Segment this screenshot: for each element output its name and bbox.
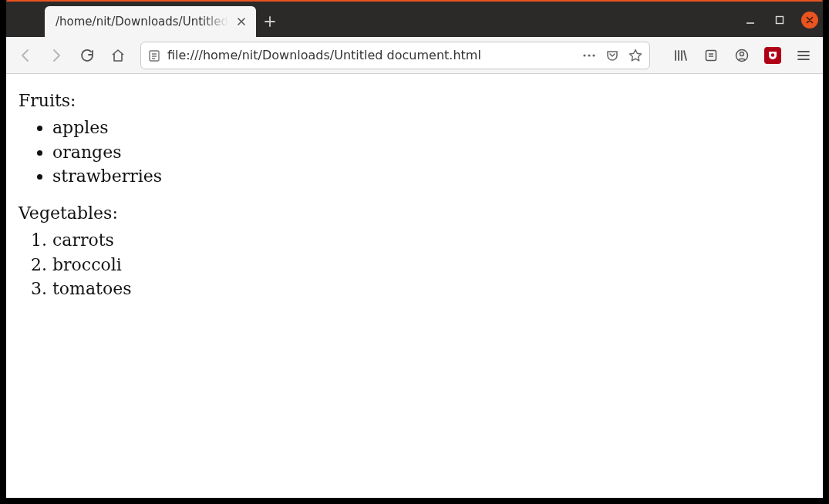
home-button[interactable] bbox=[105, 42, 131, 69]
forward-button[interactable] bbox=[43, 42, 69, 69]
maximize-icon[interactable] bbox=[772, 12, 787, 28]
svg-point-8 bbox=[771, 53, 774, 56]
menu-icon[interactable] bbox=[790, 42, 817, 69]
browser-tab[interactable]: /home/nit/Downloads/Untitled bbox=[45, 6, 256, 37]
tab-title: /home/nit/Downloads/Untitled bbox=[56, 15, 228, 29]
url-text: file:///home/nit/Downloads/Untitled docu… bbox=[167, 48, 575, 62]
window-close-icon[interactable] bbox=[801, 12, 818, 29]
ublock-icon[interactable] bbox=[760, 42, 786, 69]
tab-strip: /home/nit/Downloads/Untitled bbox=[6, 2, 284, 37]
toolbar: file:///home/nit/Downloads/Untitled docu… bbox=[6, 37, 823, 74]
account-icon[interactable] bbox=[729, 42, 755, 69]
bookmark-star-icon[interactable] bbox=[628, 48, 643, 63]
back-button[interactable] bbox=[12, 42, 39, 69]
fruits-list: apples oranges strawberries bbox=[19, 116, 810, 188]
page-content: Fruits: apples oranges strawberries Vege… bbox=[6, 74, 823, 498]
svg-point-7 bbox=[740, 52, 744, 55]
pocket-icon[interactable] bbox=[605, 48, 620, 63]
url-bar[interactable]: file:///home/nit/Downloads/Untitled docu… bbox=[140, 42, 650, 69]
list-item: strawberries bbox=[52, 165, 810, 188]
library-icon[interactable] bbox=[667, 42, 693, 69]
new-tab-button[interactable] bbox=[256, 6, 284, 37]
window-controls bbox=[743, 2, 818, 39]
svg-point-3 bbox=[588, 54, 590, 56]
list-item: broccoli bbox=[52, 254, 810, 277]
list-item: tomatoes bbox=[52, 277, 810, 301]
list-item: apples bbox=[52, 116, 810, 139]
url-actions bbox=[581, 48, 643, 63]
vegetables-heading: Vegetables: bbox=[19, 203, 810, 223]
reader-view-icon[interactable] bbox=[698, 42, 724, 69]
svg-point-4 bbox=[592, 54, 595, 56]
close-tab-icon[interactable] bbox=[234, 15, 248, 29]
list-item: oranges bbox=[52, 141, 810, 164]
page-info-icon[interactable] bbox=[147, 49, 161, 62]
reload-button[interactable] bbox=[74, 42, 100, 69]
list-item: carrots bbox=[52, 229, 810, 252]
vegetables-list: carrots broccoli tomatoes bbox=[19, 229, 810, 301]
browser-window: /home/nit/Downloads/Untitled bbox=[6, 0, 823, 498]
svg-point-2 bbox=[583, 54, 585, 56]
page-actions-icon[interactable] bbox=[581, 48, 597, 63]
minimize-icon[interactable] bbox=[743, 12, 758, 28]
svg-rect-0 bbox=[777, 17, 784, 24]
svg-rect-5 bbox=[706, 50, 716, 60]
toolbar-right bbox=[659, 42, 817, 69]
fruits-heading: Fruits: bbox=[19, 91, 810, 110]
titlebar: /home/nit/Downloads/Untitled bbox=[6, 0, 823, 37]
